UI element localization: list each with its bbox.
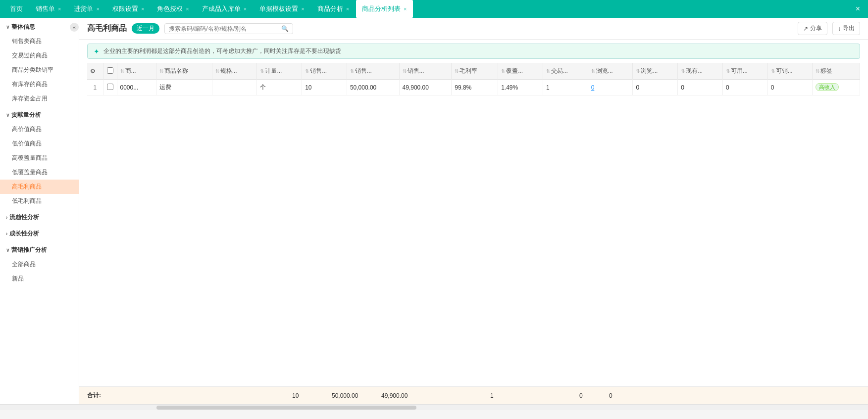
nav-product-inbound[interactable]: 产成品入库单 × — [196, 0, 253, 18]
col-sales-qty[interactable]: ⇅销售... — [302, 63, 347, 80]
col-available-stock[interactable]: ⇅可用... — [722, 63, 767, 80]
row-num: 1 — [87, 80, 103, 95]
sidebar-item-low-margin[interactable]: 低毛利商品 — [0, 194, 79, 208]
nav-home[interactable]: 首页 — [4, 0, 29, 18]
col-sales-profit[interactable]: ⇅销售... — [399, 63, 452, 80]
window-close-button[interactable]: × — [852, 4, 864, 13]
row-current-stock: 0 — [678, 80, 723, 95]
nav-product-analysis-list[interactable]: 商品分析列表 × — [356, 0, 412, 18]
sidebar-item-traded-goods[interactable]: 交易过的商品 — [0, 48, 79, 63]
select-all-checkbox[interactable] — [107, 67, 113, 74]
share-label: 分享 — [810, 24, 822, 33]
row-checkbox-cell[interactable] — [103, 80, 117, 95]
table-container: ⚙ ⇅商... ⇅商品名称 ⇅规格... ⇅计量... ⇅销售... ⇅销售..… — [79, 63, 868, 386]
sidebar-item-high-value[interactable]: 高价值商品 — [0, 122, 79, 137]
sidebar-group-contribution-title[interactable]: ∨ 贡献量分析 — [0, 108, 79, 122]
nav-product-analysis-list-label: 商品分析列表 — [362, 4, 401, 13]
nav-product-analysis-close[interactable]: × — [346, 6, 349, 12]
sidebar-collapse-button[interactable]: « — [70, 23, 79, 32]
export-button[interactable]: ↓ 导出 — [832, 22, 860, 35]
table-row: 1 0000... 运费 个 10 50,000.00 49,900.00 99… — [87, 80, 860, 95]
col-coverage[interactable]: ⇅覆盖... — [498, 63, 543, 80]
content-area: 高毛利商品 近一月 🔍 ↗ 分享 ↓ 导出 ✦ 企业的主要的利润都是这部分商品创… — [79, 18, 868, 404]
sidebar-group-growth: › 成长性分析 — [0, 227, 79, 241]
nav-purchase-order[interactable]: 进货单 × — [68, 0, 105, 18]
sidebar-item-stock-capital[interactable]: 库存资金占用 — [0, 92, 79, 106]
nav-product-analysis-list-close[interactable]: × — [404, 6, 407, 12]
col-current-stock[interactable]: ⇅现有... — [678, 63, 723, 80]
group-title-text: 整体信息 — [11, 23, 35, 31]
search-icon[interactable]: 🔍 — [281, 25, 289, 32]
table-header-row: ⚙ ⇅商... ⇅商品名称 ⇅规格... ⇅计量... ⇅销售... ⇅销售..… — [87, 63, 860, 80]
row-views1[interactable]: 0 — [588, 80, 633, 95]
search-box: 🔍 — [164, 23, 293, 34]
col-code[interactable]: ⇅商... — [117, 63, 156, 80]
sidebar-item-all-goods[interactable]: 全部商品 — [0, 257, 79, 272]
sidebar-group-overall: ∨ 整体信息 销售类商品 交易过的商品 商品分类助销率 有库存的商品 库存资金占… — [0, 20, 79, 106]
col-name[interactable]: ⇅商品名称 — [156, 63, 212, 80]
row-unit: 个 — [257, 80, 302, 95]
nav-product-analysis-label: 商品分析 — [317, 4, 343, 13]
nav-purchase-order-close[interactable]: × — [96, 6, 99, 12]
col-spec[interactable]: ⇅规格... — [212, 63, 257, 80]
horizontal-scrollbar[interactable] — [0, 404, 868, 410]
sidebar-item-high-margin[interactable]: 高毛利商品 — [0, 180, 79, 194]
nav-role-auth-close[interactable]: × — [186, 6, 189, 12]
nav-sales-order-close[interactable]: × — [58, 6, 61, 12]
nav-purchase-order-label: 进货单 — [74, 4, 93, 13]
sidebar-item-low-value[interactable]: 低价值商品 — [0, 137, 79, 151]
export-label: 导出 — [843, 24, 855, 33]
nav-role-auth-label: 角色授权 — [157, 4, 183, 13]
top-navigation: 首页 销售单 × 进货单 × 权限设置 × 角色授权 × 产成品入库单 × 单据… — [0, 0, 868, 18]
row-name: 运费 — [156, 80, 212, 95]
row-checkbox[interactable] — [107, 84, 113, 90]
sidebar-item-category-rate[interactable]: 商品分类助销率 — [0, 63, 79, 77]
col-checkbox[interactable] — [103, 63, 117, 80]
content-header: 高毛利商品 近一月 🔍 ↗ 分享 ↓ 导出 — [79, 18, 868, 40]
nav-product-analysis[interactable]: 商品分析 × — [311, 0, 355, 18]
sidebar-group-overall-title[interactable]: ∨ 整体信息 — [0, 20, 79, 34]
col-unit[interactable]: ⇅计量... — [257, 63, 302, 80]
group-title-text: 流趋性分析 — [9, 213, 39, 222]
nav-sales-order[interactable]: 销售单 × — [30, 0, 67, 18]
page-title: 高毛利商品 — [87, 23, 127, 34]
sidebar-item-sales-goods[interactable]: 销售类商品 — [0, 34, 79, 48]
col-gross-margin[interactable]: ⇅毛利率 — [452, 63, 498, 80]
sidebar-item-stocked-goods[interactable]: 有库存的商品 — [0, 77, 79, 92]
col-settings[interactable]: ⚙ — [87, 63, 103, 80]
sidebar-group-flow: › 流趋性分析 — [0, 210, 79, 225]
sidebar-group-growth-title[interactable]: › 成长性分析 — [0, 227, 79, 241]
sidebar: « ∨ 整体信息 销售类商品 交易过的商品 商品分类助销率 有库存的商品 库存资… — [0, 18, 79, 404]
col-views1[interactable]: ⇅浏览... — [588, 63, 633, 80]
col-sales-amount[interactable]: ⇅销售... — [347, 63, 399, 80]
nav-template-settings-close[interactable]: × — [301, 6, 304, 12]
col-tag[interactable]: ⇅标签 — [813, 63, 860, 80]
col-views2[interactable]: ⇅浏览... — [633, 63, 678, 80]
sidebar-item-high-coverage[interactable]: 高覆盖量商品 — [0, 151, 79, 165]
nav-permission-settings[interactable]: 权限设置 × — [106, 0, 150, 18]
search-input[interactable] — [169, 25, 281, 32]
sidebar-group-marketing: ∨ 营销推广分析 全部商品 新品 — [0, 243, 79, 286]
row-coverage: 1.49% — [498, 80, 543, 95]
sidebar-group-flow-title[interactable]: › 流趋性分析 — [0, 210, 79, 225]
sidebar-item-new-goods[interactable]: 新品 — [0, 272, 79, 286]
group-title-text: 营销推广分析 — [11, 246, 47, 254]
nav-product-inbound-close[interactable]: × — [244, 6, 247, 12]
nav-template-settings[interactable]: 单据模板设置 × — [254, 0, 310, 18]
period-filter-button[interactable]: 近一月 — [132, 23, 159, 34]
info-text: 企业的主要的利润都是这部分商品创造的，可考虑加大推广，同时关注库存是不要出现缺货 — [103, 47, 341, 55]
footer-cells: 10 50,000.00 49,900.00 1 0 0 — [103, 392, 860, 399]
nav-permission-settings-close[interactable]: × — [141, 6, 144, 12]
nav-sales-order-label: 销售单 — [36, 4, 55, 13]
row-tag: 高收入 — [813, 80, 860, 95]
sidebar-item-low-coverage[interactable]: 低覆盖量商品 — [0, 165, 79, 180]
info-banner: ✦ 企业的主要的利润都是这部分商品创造的，可考虑加大推广，同时关注库存是不要出现… — [87, 44, 860, 59]
group-expand-icon: › — [6, 231, 7, 236]
nav-role-auth[interactable]: 角色授权 × — [151, 0, 195, 18]
col-transaction[interactable]: ⇅交易... — [543, 63, 588, 80]
share-button[interactable]: ↗ 分享 — [798, 22, 827, 35]
col-sellable-stock[interactable]: ⇅可销... — [767, 63, 813, 80]
sidebar-group-marketing-title[interactable]: ∨ 营销推广分析 — [0, 243, 79, 257]
group-title-text: 成长性分析 — [9, 230, 39, 238]
footer-bar: 合计: 10 50,000.00 49,900.00 1 0 0 — [79, 386, 868, 404]
